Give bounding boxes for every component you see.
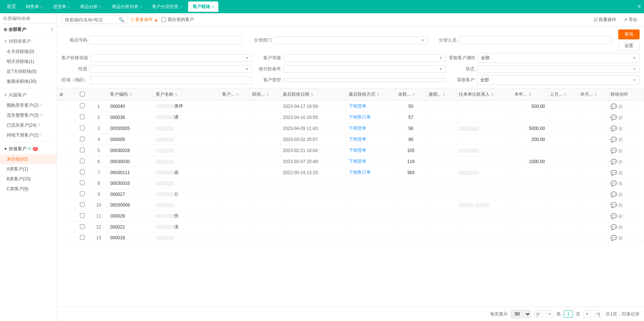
nav-tab-analysis-list[interactable]: 商品分析列表 × xyxy=(108,1,147,12)
customer-level-select[interactable]: ▼ xyxy=(283,54,446,62)
row-checkbox[interactable] xyxy=(80,148,85,152)
per-page-select[interactable]: 50 100 200 xyxy=(511,310,531,318)
chat-icon[interactable]: 💬 xyxy=(610,202,617,208)
row-checkbox[interactable] xyxy=(80,235,85,240)
close-tab-customer-seg-icon[interactable]: × xyxy=(180,5,182,9)
sidebar-item-tomorrow-pending[interactable]: 明天待联络(1) xyxy=(0,57,57,67)
th-overdue[interactable]: 逾期... ⇅ xyxy=(426,88,457,101)
contact-method-link[interactable]: 下销售订单 xyxy=(349,170,371,175)
row-checkbox[interactable] xyxy=(80,103,85,108)
grid-action-icon[interactable]: ⊞ xyxy=(618,202,623,208)
td-checkbox[interactable] xyxy=(75,145,90,156)
sidebar-pending-group[interactable]: ▼ 待联络客户 xyxy=(0,36,57,47)
contact-method-link[interactable]: 下销货单 xyxy=(349,126,366,131)
nav-tab-purchase[interactable]: 进货单 × xyxy=(49,1,74,12)
sidebar-item-class-a[interactable]: A类客户(1) xyxy=(0,164,57,174)
prev-page-btn[interactable]: < xyxy=(546,310,553,318)
nav-tab-customer-seg[interactable]: 客户分层经营 × xyxy=(148,1,187,12)
chat-icon[interactable]: 💬 xyxy=(610,114,617,120)
row-checkbox[interactable] xyxy=(80,213,85,218)
td-checkbox[interactable] xyxy=(75,167,90,178)
td-checkbox[interactable] xyxy=(75,222,90,233)
next-page-btn[interactable]: > xyxy=(583,310,591,318)
td-checkbox[interactable] xyxy=(75,156,90,167)
td-checkbox[interactable] xyxy=(75,178,90,189)
chat-icon[interactable]: 💬 xyxy=(610,137,617,142)
row-checkbox[interactable] xyxy=(80,191,85,196)
reset-button[interactable]: 设置 xyxy=(618,41,640,51)
chat-icon[interactable]: 💬 xyxy=(610,180,617,186)
more-conditions-btn[interactable]: ▽ 更多条件 ▲ xyxy=(131,17,158,23)
sidebar-item-declining[interactable]: 持续下滑客户(2) ? xyxy=(0,130,57,140)
th-contact[interactable]: 联络... ⇅ xyxy=(250,88,281,101)
td-checkbox[interactable] xyxy=(75,101,90,112)
th-unit-contacts[interactable]: 往来单位联系人 ⇅ xyxy=(457,88,512,101)
th-code[interactable]: 客户编码 ⇅ xyxy=(108,88,154,101)
grid-action-icon[interactable]: ⊞ xyxy=(618,126,623,131)
my-customers-checkbox[interactable] xyxy=(161,17,166,22)
td-checkbox[interactable] xyxy=(75,233,90,243)
sidebar-item-churned[interactable]: 已流失客户(24) ? xyxy=(0,120,57,130)
th-unlink-days[interactable]: 未联... ⇅ xyxy=(395,88,426,101)
sidebar-all-customers[interactable]: ⊞ 全部客户 《 xyxy=(0,24,57,36)
sidebar-item-overdue-pending[interactable]: 逾期未联络(30) xyxy=(0,77,57,87)
grid-action-icon[interactable]: ⊞ xyxy=(618,180,623,186)
th-last-contact-method[interactable]: 最后联络方式 ⇅ xyxy=(346,88,396,101)
batch-ops-btn[interactable]: ☑ 批量操作 xyxy=(591,15,619,24)
close-tab-analysis-icon[interactable]: × xyxy=(99,5,102,9)
row-checkbox[interactable] xyxy=(80,180,85,185)
last-page-btn[interactable]: >| xyxy=(594,310,603,318)
search-field[interactable]: 🔍 xyxy=(61,15,128,24)
region-more-icon[interactable]: ··· xyxy=(246,78,249,82)
chat-icon[interactable]: 💬 xyxy=(610,126,617,131)
contact-method-link[interactable]: 下销货单 xyxy=(349,103,366,109)
sidebar-item-class-c[interactable]: C类客户(6) xyxy=(0,184,57,194)
retail-attr-select[interactable]: 全部 ▼ xyxy=(478,53,640,63)
refresh-icon[interactable]: ↻ xyxy=(28,147,31,151)
chat-icon[interactable]: 💬 xyxy=(610,224,617,230)
grid-action-icon[interactable]: ⊞ xyxy=(618,114,623,120)
row-checkbox[interactable] xyxy=(80,170,85,174)
price-level-select[interactable]: ▼ xyxy=(90,54,252,62)
contact-method-link[interactable]: 下销货单 xyxy=(349,159,366,164)
close-window-icon[interactable]: × xyxy=(638,3,641,10)
row-checkbox[interactable] xyxy=(80,126,85,130)
grid-action-icon[interactable]: ⊞ xyxy=(618,235,623,241)
td-checkbox[interactable] xyxy=(75,211,90,222)
sidebar-item-unclassified[interactable]: 未分组(32) xyxy=(0,154,57,164)
dept-select[interactable]: ▼ xyxy=(274,36,427,44)
row-checkbox[interactable] xyxy=(80,202,85,207)
grid-action-icon[interactable]: ⊞ xyxy=(618,213,623,219)
th-this-year[interactable]: 本年... ⇅ xyxy=(512,88,547,101)
grid-action-icon[interactable]: ⊞ xyxy=(618,137,623,142)
manager-select[interactable]: ··· xyxy=(459,36,612,44)
search-input[interactable] xyxy=(65,17,117,22)
retail-customer-select[interactable]: 全部 ▼ xyxy=(477,75,640,85)
region-select[interactable]: ··· xyxy=(90,76,252,84)
chat-icon[interactable]: 💬 xyxy=(610,213,617,219)
close-tab-sales-icon[interactable]: × xyxy=(41,5,43,9)
chat-icon[interactable]: 💬 xyxy=(610,103,617,109)
search-button[interactable]: 查询 xyxy=(618,29,640,39)
first-page-btn[interactable]: |< xyxy=(534,310,543,318)
nature-select[interactable]: ▼ xyxy=(89,65,252,73)
grid-action-icon[interactable]: ⊞ xyxy=(618,191,623,197)
chat-icon[interactable]: 💬 xyxy=(610,148,617,154)
contact-method-link[interactable]: 下销货单 xyxy=(349,137,366,142)
sidebar-item-today-pending[interactable]: 今天待联络(0) xyxy=(0,47,57,57)
payment-select[interactable]: ▼ xyxy=(283,65,446,73)
grid-action-icon[interactable]: ⊞ xyxy=(618,148,623,154)
th-name[interactable]: 客户名称 ⇅ xyxy=(154,88,219,101)
chat-icon[interactable]: 💬 xyxy=(610,170,617,176)
chat-icon[interactable]: 💬 xyxy=(610,159,617,165)
grid-action-icon[interactable]: ⊞ xyxy=(618,103,623,109)
nav-home[interactable]: 首页 xyxy=(3,2,20,11)
th-this-month[interactable]: 本月... ⇅ xyxy=(578,88,608,101)
phone-input[interactable] xyxy=(89,36,243,45)
sidebar-item-hoard-abnormal[interactable]: 囤购异常客户(2) ? xyxy=(0,100,57,110)
sidebar-item-class-b[interactable]: B类客户(33) xyxy=(0,174,57,184)
contact-method-link[interactable]: 下销售订单 xyxy=(349,114,371,120)
sidebar-search-input[interactable] xyxy=(3,16,57,21)
chat-icon[interactable]: 💬 xyxy=(610,235,617,241)
td-checkbox[interactable] xyxy=(75,189,90,200)
